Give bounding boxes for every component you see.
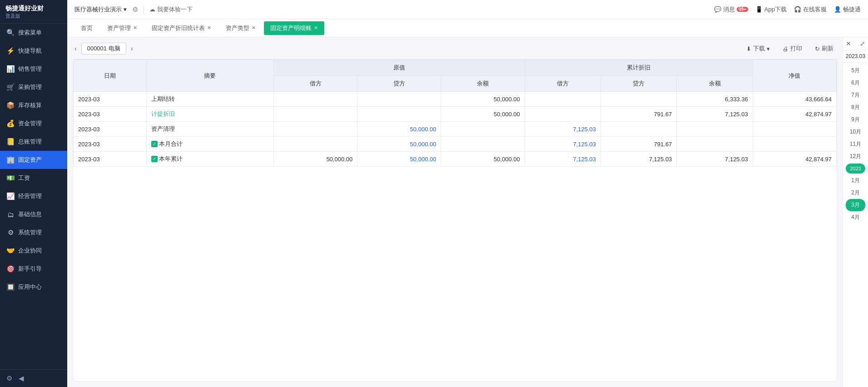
table-row: 2023-03 资产清理 50,000.00 7,125.03 (74, 122, 837, 137)
tab-close-depreciation-stats[interactable]: ✕ (207, 25, 211, 31)
table-row: 2023-03 上期结转 50,000.00 6,333.36 43,666.6… (74, 92, 837, 107)
timeline-month-item[interactable]: 6月 (843, 77, 868, 89)
logo-text: 畅捷通好业财 (5, 5, 62, 13)
cell-yuanzhi-credit (357, 107, 441, 122)
cell-yuanzhi-credit: 50,000.00 (357, 152, 441, 167)
sidebar-icon-inventory: 📦 (6, 101, 15, 109)
timeline-month-item[interactable]: 7月 (843, 89, 868, 101)
sidebar-item-ledger[interactable]: 📒总账管理 (0, 133, 67, 151)
cell-summary: 资产清理 (146, 122, 273, 137)
sidebar-icon-purchase: 🛒 (6, 83, 15, 91)
sidebar-item-search[interactable]: 🔍搜索菜单 (0, 24, 67, 42)
th-leiji-debit: 借方 (525, 76, 600, 92)
customer-service-btn[interactable]: 🎧 在线客服 (794, 5, 827, 14)
timeline-month-item[interactable]: 5月 (843, 64, 868, 77)
tab-home[interactable]: 首页 (74, 21, 99, 35)
tab-asset-detail[interactable]: 固定资产明细账✕ (264, 21, 324, 35)
sidebar-label-search: 搜索菜单 (18, 29, 42, 37)
sidebar-item-quick-nav[interactable]: ⚡快捷导航 (0, 42, 67, 60)
timeline-active-month[interactable]: 3月 (846, 199, 865, 211)
next-asset-btn[interactable]: › (129, 44, 135, 53)
row-summary-tag: ✓本月合计 (151, 140, 183, 148)
timeline-year-badge[interactable]: 2023 (846, 164, 865, 174)
refresh-icon: ↻ (815, 45, 820, 52)
close-icon[interactable]: ✕ (846, 40, 851, 47)
cell-date: 2023-03 (74, 122, 147, 137)
settings-icon[interactable]: ⚙ (6, 374, 12, 382)
app-download-btn[interactable]: 📱 App下载 (755, 5, 787, 14)
tab-label-depreciation-stats: 固定资产折旧统计表 (152, 24, 205, 32)
sidebar-label-purchase: 采购管理 (18, 83, 42, 91)
tab-depreciation-stats[interactable]: 固定资产折旧统计表✕ (145, 21, 218, 35)
user-avatar-icon: 👤 (834, 6, 841, 13)
current-asset: 000001 电脑 (81, 43, 126, 55)
print-icon: 🖨 (783, 45, 789, 52)
sidebar-item-fixed-assets[interactable]: 🏢固定资产 (0, 151, 67, 169)
tab-asset-mgmt[interactable]: 资产管理✕ (101, 21, 144, 35)
company-selector[interactable]: 医疗器械行业演示 ▾ (74, 5, 127, 14)
sidebar-icon-ledger: 📒 (6, 138, 15, 146)
timeline-month-item[interactable]: 4月 (843, 211, 868, 223)
sidebar-item-inventory[interactable]: 📦库存核算 (0, 96, 67, 114)
sidebar-label-payroll: 工资 (18, 174, 30, 182)
tab-close-asset-mgmt[interactable]: ✕ (133, 25, 137, 31)
sidebar-item-sales[interactable]: 📊销售管理 (0, 60, 67, 78)
download-btn[interactable]: ⬇ 下载 ▾ (743, 43, 774, 55)
timeline-month-item[interactable]: 8月 (843, 101, 868, 114)
sidebar-icon-app-center: 🔲 (6, 283, 15, 291)
sidebar-item-finance[interactable]: 💰资金管理 (0, 114, 67, 133)
sidebar-icon-fixed-assets: 🏢 (6, 156, 15, 164)
timeline-month-item[interactable]: 1月 (843, 174, 868, 187)
print-btn[interactable]: 🖨 打印 (779, 43, 806, 55)
sidebar-item-collab[interactable]: 🤝企业协同 (0, 242, 67, 260)
table-panel: ‹ 000001 电脑 › ⬇ 下载 ▾ 🖨 打印 ↻ (67, 37, 843, 387)
trial-btn[interactable]: ☁ 我要体验一下 (149, 5, 193, 14)
tab-label-home: 首页 (81, 24, 93, 32)
timeline-month-item[interactable]: 2月 (843, 187, 868, 199)
sidebar-logo: 畅捷通好业财 普及版 (0, 0, 67, 24)
cell-yuanzhi-debit (273, 107, 357, 122)
sidebar-item-guide[interactable]: 🎯新手引导 (0, 260, 67, 278)
th-yuanzhi-balance: 余额 (441, 76, 525, 92)
company-dropdown-icon: ▾ (124, 6, 127, 13)
timeline-month-item[interactable]: 10月 (843, 126, 868, 138)
messages-btn[interactable]: 💬 消息 99+ (714, 5, 748, 14)
sidebar-item-operations[interactable]: 📈经营管理 (0, 187, 67, 205)
cell-summary: 计提折旧 (146, 107, 273, 122)
user-profile-btn[interactable]: 👤 畅捷通 (834, 5, 861, 14)
timeline-month-item[interactable]: 11月 (843, 138, 868, 150)
timeline-date-1: 2023.03 (843, 50, 868, 63)
settings-gear-icon[interactable]: ⚙ (132, 5, 138, 14)
collapse-icon[interactable]: ◀ (19, 374, 24, 382)
refresh-label: 刷新 (822, 45, 833, 53)
company-name: 医疗器械行业演示 (74, 5, 122, 14)
cell-leiji-balance: 7,125.03 (677, 152, 753, 167)
row-summary-link[interactable]: 计提折旧 (151, 110, 175, 117)
sidebar-item-app-center[interactable]: 🔲应用中心 (0, 278, 67, 296)
timeline-month-item[interactable]: 12月 (843, 150, 868, 163)
prev-asset-btn[interactable]: ‹ (73, 44, 79, 53)
sidebar-item-purchase[interactable]: 🛒采购管理 (0, 78, 67, 96)
cell-yuanzhi-credit (357, 92, 441, 107)
sidebar-item-system[interactable]: ⚙系统管理 (0, 223, 67, 242)
cell-date: 2023-03 (74, 152, 147, 167)
tab-asset-type[interactable]: 资产类型✕ (219, 21, 262, 35)
sidebar-item-payroll[interactable]: 💵工资 (0, 169, 67, 187)
sidebar-icon-finance: 💰 (6, 119, 15, 128)
cell-net-value (753, 137, 836, 152)
refresh-btn[interactable]: ↻ 刷新 (811, 43, 837, 55)
tab-close-asset-type[interactable]: ✕ (252, 25, 256, 31)
cell-yuanzhi-balance: 50,000.00 (441, 152, 525, 167)
expand-icon[interactable]: ⤢ (860, 40, 865, 47)
table-row: 2023-03 ✓本月合计 50,000.00 7,125.03 791.67 (74, 137, 837, 152)
cell-yuanzhi-debit (273, 92, 357, 107)
tab-close-asset-detail[interactable]: ✕ (314, 25, 318, 31)
sidebar-item-base-info[interactable]: 🗂基础信息 (0, 205, 67, 223)
cell-net-value: 43,666.64 (753, 92, 836, 107)
cell-leiji-debit (525, 92, 600, 107)
sidebar-label-operations: 经营管理 (18, 192, 42, 200)
timeline-month-item[interactable]: 9月 (843, 114, 868, 126)
cell-yuanzhi-credit: 50,000.00 (357, 137, 441, 152)
user-label: 畅捷通 (843, 5, 861, 14)
cell-leiji-balance: 6,333.36 (677, 92, 753, 107)
